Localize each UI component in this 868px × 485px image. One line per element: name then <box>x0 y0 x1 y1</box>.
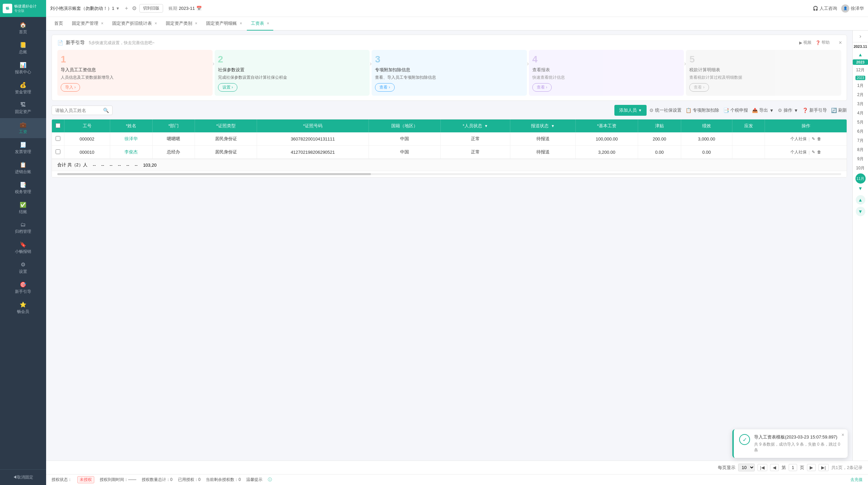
calendar-down-button[interactable]: ▼ <box>858 184 863 192</box>
account-selector[interactable]: 刘小艳演示账套（勿删勿动！）1 ▼ <box>50 5 120 12</box>
edit-btn[interactable]: ✎ <box>812 136 815 141</box>
calendar-up-button[interactable]: ▲ <box>858 51 863 59</box>
guide-close-button[interactable]: × <box>839 40 842 46</box>
calendar-month-9[interactable]: 9月 <box>853 154 868 164</box>
sidebar-item-close-accounts[interactable]: ✅ 结账 <box>0 198 46 218</box>
tab-close-icon[interactable]: × <box>240 21 242 26</box>
tab-close-icon[interactable]: × <box>101 21 103 26</box>
calendar-month-5[interactable]: 5月 <box>853 118 868 127</box>
avatar: 👤 <box>841 4 849 13</box>
tab-fixed-assets[interactable]: 固定资产管理 × <box>68 17 107 31</box>
first-page-btn[interactable]: |◀ <box>757 464 767 471</box>
horizontal-scrollbar[interactable] <box>52 171 847 177</box>
sidebar-item-tax[interactable]: 📑 税务管理 <box>0 178 46 198</box>
tab-close-icon[interactable]: × <box>155 21 157 26</box>
search-icon[interactable]: 🔍 <box>103 108 109 113</box>
search-input[interactable] <box>55 108 101 113</box>
employee-dept: 总经办 <box>152 146 195 159</box>
tab-payroll[interactable]: 工资表 × <box>247 17 273 31</box>
special-deduction-btn[interactable]: 📋 专项附加扣除 <box>686 107 719 113</box>
last-page-btn[interactable]: ▶| <box>818 464 828 471</box>
operations-btn[interactable]: ⚙ 操作 ▼ <box>778 107 798 113</box>
calendar-month-11[interactable]: 11月 <box>855 173 866 184</box>
switch-version-button[interactable]: 切到旧版 <box>139 4 163 13</box>
social-insurance-btn[interactable]: ⚙ 统一社保设置 <box>649 107 682 113</box>
delete-btn[interactable]: 🗑 <box>817 150 821 154</box>
next-page-btn[interactable]: ▶ <box>807 464 816 471</box>
step-arrow: › <box>527 50 529 67</box>
cancel-fixed-button[interactable]: ◀取消固定 <box>1 472 45 482</box>
step-action-button[interactable]: 查看 › <box>532 83 552 92</box>
assets-icon: 🏗 <box>20 102 26 108</box>
step-action-button[interactable]: 导入 › <box>61 83 80 92</box>
tax-filing-btn[interactable]: 📑 个税申报 <box>723 107 748 113</box>
sidebar-item-member[interactable]: ⭐ 畅会员 <box>0 298 46 318</box>
calendar-month-10[interactable]: 10月 <box>853 164 868 173</box>
sidebar-item-sales-ledger[interactable]: 📋 进销台账 <box>0 158 46 178</box>
add-employee-button[interactable]: 添加人员 ▼ <box>614 105 647 116</box>
sidebar-item-payroll[interactable]: 💼 工资 <box>0 118 46 138</box>
calendar-month-1[interactable]: 1月 <box>853 81 868 90</box>
personal-insurance-btn[interactable]: 个人社保 <box>790 149 807 155</box>
sidebar-item-archive[interactable]: 🗂 归档管理 <box>0 218 46 238</box>
tab-depreciation[interactable]: 固定资产折旧统计表 × <box>108 17 161 31</box>
guide-btn[interactable]: ❓ 新手引导 <box>802 107 827 113</box>
employee-name-link[interactable]: 李俊杰 <box>124 149 138 154</box>
refresh-btn[interactable]: 🔄 刷新 <box>831 107 847 113</box>
activate-link[interactable]: 去充值 <box>850 477 863 483</box>
step-action-button[interactable]: 查看 › <box>689 83 709 92</box>
calendar-action-2[interactable]: ▼ <box>856 207 865 216</box>
employee-name-link[interactable]: 徐泽华 <box>124 136 138 141</box>
tab-asset-category[interactable]: 固定资产类别 × <box>162 17 201 31</box>
calendar-action-1[interactable]: ▲ <box>856 195 865 205</box>
calendar-month-8[interactable]: 8月 <box>853 145 868 154</box>
sidebar-item-funds[interactable]: 💰 资金管理 <box>0 78 46 98</box>
user-menu[interactable]: 👤 徐泽华 <box>841 4 864 13</box>
calendar-toggle[interactable]: › <box>853 31 868 42</box>
report-filter-icon[interactable]: ▼ <box>551 124 555 128</box>
delete-btn[interactable]: 🗑 <box>817 136 821 141</box>
settings-gear-icon[interactable]: ⚙ <box>132 5 137 12</box>
tab-home[interactable]: 首页 <box>50 17 67 31</box>
row-checkbox[interactable] <box>56 149 60 154</box>
select-all-checkbox[interactable] <box>56 123 60 128</box>
tab-label: 固定资产类别 <box>166 20 192 26</box>
sidebar-item-fixed-assets[interactable]: 🏗 固定资产 <box>0 98 46 118</box>
status-filter-icon[interactable]: ▼ <box>484 124 488 128</box>
add-account-icon[interactable]: ＋ <box>124 5 129 12</box>
calendar-month-3[interactable]: 3月 <box>853 99 868 109</box>
help-link[interactable]: ❓ 帮助 <box>815 40 830 45</box>
funds-icon: 💰 <box>20 82 26 88</box>
per-page-select[interactable]: 10 <box>738 464 755 471</box>
calendar-month-12[interactable]: 12月 <box>853 66 868 75</box>
calendar-month-6[interactable]: 6月 <box>853 127 868 136</box>
step-action-button[interactable]: 查看 › <box>375 83 394 92</box>
tab-asset-detail[interactable]: 固定资产明细账 × <box>202 17 246 31</box>
personal-insurance-btn[interactable]: 个人社保 <box>790 136 807 142</box>
edit-btn[interactable]: ✎ <box>812 150 815 154</box>
period-selector[interactable]: 账期 2023-11 📅 <box>169 5 202 12</box>
sidebar-item-expense[interactable]: 🔖 小畅报销 <box>0 238 46 258</box>
prev-page-btn[interactable]: ◀ <box>770 464 779 471</box>
sidebar-item-invoice[interactable]: 🧾 发票管理 <box>0 138 46 158</box>
tab-close-icon[interactable]: × <box>267 21 269 26</box>
period-info: 授权到期时间：—— <box>100 477 136 483</box>
toast-close-button[interactable]: × <box>842 432 844 437</box>
help-label: 帮助 <box>822 40 830 45</box>
step-action-button[interactable]: 设置 › <box>218 83 237 92</box>
sidebar-label: 税务管理 <box>15 189 31 195</box>
sidebar-item-home[interactable]: 🏠 首页 <box>0 18 46 38</box>
calendar-month-2[interactable]: 2月 <box>853 90 868 99</box>
sidebar-item-general-ledger[interactable]: 📒 总账 <box>0 38 46 58</box>
sidebar-item-guide[interactable]: 🎯 新手引导 <box>0 278 46 298</box>
calendar-month-4[interactable]: 4月 <box>853 109 868 118</box>
row-checkbox[interactable] <box>56 136 60 141</box>
export-btn[interactable]: 📤 导出 ▼ <box>752 107 774 113</box>
sidebar-item-reports[interactable]: 📊 报表中心 <box>0 58 46 78</box>
step-title: 导入员工工资信息 <box>61 67 209 73</box>
tab-close-icon[interactable]: × <box>195 21 197 26</box>
sidebar-item-settings[interactable]: ⚙ 设置 <box>0 258 46 278</box>
service-button[interactable]: 🎧 人工咨询 <box>813 5 837 12</box>
calendar-month-7[interactable]: 7月 <box>853 136 868 145</box>
video-link[interactable]: ▶ 视频 <box>799 40 811 45</box>
